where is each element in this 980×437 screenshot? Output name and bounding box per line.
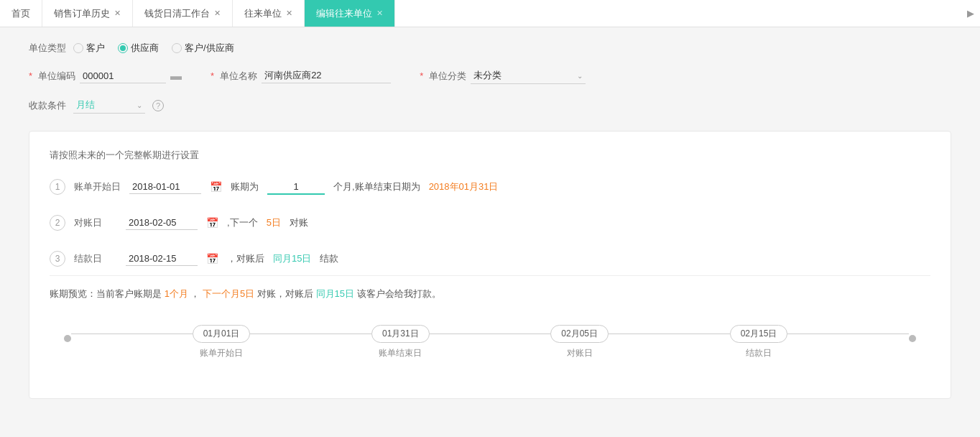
step-1-date[interactable] [129,180,201,194]
timeline-container: 01月01日 账单开始日 01月31日 账单结束日 02月05日 对账日 [50,318,930,381]
radio-both-label: 客户/供应商 [185,42,234,55]
step-1-period-input[interactable] [267,180,325,195]
tab-home-label: 首页 [11,7,30,20]
tab-edit-partner[interactable]: 编辑往来单位 ✕ [305,0,395,27]
step-3-cal[interactable]: 📅 [206,253,218,264]
step-2-date[interactable] [126,216,198,230]
unit-category-value: 未分类 [473,69,501,82]
preview-label: 账期预览：当前客户账期是 [50,288,162,299]
step-1-period-unit: 个月,账单结束日期为 [333,180,420,193]
preview-comma1: ， [190,288,200,299]
tab-cash-work[interactable]: 钱货日清工作台 ✕ [133,0,233,27]
radio-supplier[interactable]: 供应商 [118,42,159,55]
panel-box: 请按照未来的一个完整帐期进行设置 1 账单开始日 📅 账期为 个月,账单结束日期… [29,131,951,399]
timeline-badge-2: 01月31日 [371,325,430,343]
payment-terms-chevron: ⌄ [137,101,142,109]
unit-fields-row: * 单位编码 ▬ * 单位名称 * 单位分类 未分类 ⌄ [29,68,951,84]
timeline-badge-3: 02月05日 [550,325,609,343]
timeline-badge-1: 01月01日 [193,325,251,343]
unit-category-select[interactable]: 未分类 ⌄ [471,68,586,84]
timeline-badge-4: 02月15日 [730,325,788,343]
unit-category-chevron: ⌄ [577,72,583,80]
unit-category-label: 单位分类 [429,70,466,83]
timeline-dot-end [909,335,916,342]
unit-type-label: 单位类型 [29,42,66,55]
step-3-date[interactable] [126,252,198,266]
copy-icon[interactable]: ▬ [170,70,182,83]
tab-home[interactable]: 首页 [0,0,42,27]
radio-customer-label: 客户 [86,42,105,55]
step-1-cal[interactable]: 📅 [210,181,222,193]
radio-customer[interactable]: 客户 [73,42,105,55]
unit-code-field: * 单位编码 ▬ [29,69,182,83]
step-3-highlight: 同月15日 [273,252,311,265]
step-1-period-end: 2018年01月31日 [429,180,499,193]
payment-terms-row: 收款条件 月结 ⌄ ? [29,97,951,114]
step-3-desc-prefix: ，对账后 [227,252,264,265]
tab-bar: 首页 销售订单历史 ✕ 钱货日清工作台 ✕ 往来单位 ✕ 编辑往来单位 ✕ ▶ [0,0,980,27]
tab-cash-work-close[interactable]: ✕ [214,9,221,18]
tab-sales-history-label: 销售订单历史 [54,7,110,20]
preview-section: 账期预览：当前客户账期是 1个月 ， 下一个月5日 对账，对账后 同月15日 该… [50,275,930,381]
radio-both-circle [172,43,182,53]
unit-name-input[interactable] [262,69,391,83]
tab-partners-close[interactable]: ✕ [286,9,292,18]
step-2-desc-suffix: 对账 [290,216,308,229]
step-3-num: 3 [50,251,65,267]
payment-terms-label: 收款条件 [29,99,66,112]
step-2-num: 2 [50,215,65,231]
unit-name-field: * 单位名称 [211,69,391,83]
preview-p4: 同月15日 [316,288,354,299]
timeline-label-1: 账单开始日 [200,347,243,359]
timeline-label-4: 结款日 [746,347,772,359]
step-1-row: 1 账单开始日 📅 账期为 个月,账单结束日期为 2018年01月31日 [50,179,930,195]
payment-terms-select[interactable]: 月结 ⌄ [73,97,145,114]
preview-p5: 该客户会给我打款。 [357,288,441,299]
tab-edit-partner-close[interactable]: ✕ [376,9,383,18]
payment-terms-value: 月结 [76,98,134,111]
tab-partners[interactable]: 往来单位 ✕ [233,0,305,27]
preview-p3: 对账，对账后 [257,288,313,299]
tab-arrow-right[interactable]: ▶ [961,0,980,27]
preview-p1: 1个月 [165,288,188,299]
radio-customer-circle [73,43,83,53]
unit-code-input[interactable] [80,69,166,83]
step-2-highlight: 5日 [267,216,281,229]
timeline-node-1: 01月01日 账单开始日 [193,325,251,359]
step-2-label: 对账日 [74,216,117,229]
timeline-node-2: 01月31日 账单结束日 [371,325,430,359]
payment-terms-help[interactable]: ? [152,100,164,111]
timeline-label-2: 账单结束日 [379,347,422,359]
radio-supplier-circle [118,43,128,53]
timeline-nodes-row: 01月01日 账单开始日 01月31日 账单结束日 02月05日 对账日 [64,325,916,359]
unit-type-row: 单位类型 客户 供应商 客户/供应商 [29,42,951,55]
step-1-label: 账单开始日 [74,180,121,193]
unit-code-label: 单位编码 [38,70,75,83]
radio-both[interactable]: 客户/供应商 [172,42,234,55]
timeline-node-3: 02月05日 对账日 [550,325,609,359]
tab-sales-history-close[interactable]: ✕ [114,9,121,18]
timeline-start-dot [64,335,71,342]
step-3-row: 3 结款日 📅 ，对账后 同月15日 结款 [50,251,930,267]
step-3-label: 结款日 [74,252,117,265]
timeline-label-3: 对账日 [567,347,593,359]
step-1-num: 1 [50,179,65,195]
step-3-desc-suffix: 结款 [320,252,338,265]
step-2-row: 2 对账日 📅 ,下一个 5日 对账 [50,215,930,231]
tab-sales-history[interactable]: 销售订单历史 ✕ [42,0,133,27]
unit-type-radio-group: 客户 供应商 客户/供应商 [73,42,234,55]
unit-name-label: 单位名称 [220,70,257,83]
tab-partners-label: 往来单位 [244,7,282,20]
step-2-cal[interactable]: 📅 [206,217,218,229]
tab-edit-partner-label: 编辑往来单位 [316,7,372,20]
timeline-end-dot [909,335,916,342]
timeline-dot-start [64,335,71,342]
step-2-desc-prefix: ,下一个 [227,216,258,229]
panel-instruction: 请按照未来的一个完整帐期进行设置 [50,149,930,162]
preview-text: 账期预览：当前客户账期是 1个月 ， 下一个月5日 对账，对账后 同月15日 该… [50,288,930,300]
tab-cash-work-label: 钱货日清工作台 [144,7,210,20]
main-content: 单位类型 客户 供应商 客户/供应商 * 单位编码 ▬ * [0,27,980,437]
timeline-node-4: 02月15日 结款日 [730,325,788,359]
step-1-period-label: 账期为 [231,180,259,193]
unit-category-field: * 单位分类 未分类 ⌄ [420,68,586,84]
